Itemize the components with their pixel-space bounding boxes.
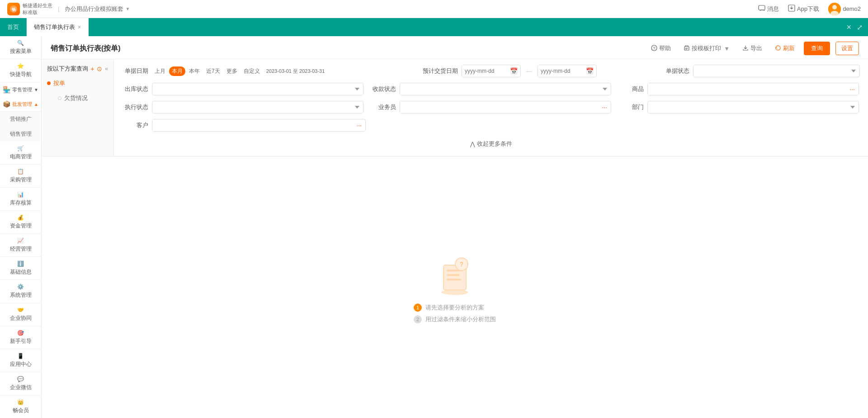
enterprise-wechat-icon: 💬 [17,376,24,382]
dept-label: 部门 [618,103,644,111]
sidebar-item-app-center[interactable]: 📱 应用中心 [0,349,41,372]
quick-nav-icon: ⭐ [17,63,24,69]
new-guide-icon: 🎯 [17,330,24,336]
date-range-display: 2023-03-01 至 2023-03-31 [266,68,325,75]
expected-date-end-wrap: 📅 [538,65,597,77]
tab-bar-actions: × ⤢ [841,18,868,36]
date-shortcut-custom[interactable]: 自定义 [241,66,263,76]
page-title: 销售订单执行表(按单) [51,44,121,53]
sidebar-item-retail[interactable]: 🏪 零售管理 ▼ [0,82,41,97]
product-input[interactable] [648,83,846,95]
date-range-sep: — [524,68,534,75]
sidebar-item-purchase[interactable]: 📋 采购管理 [0,165,41,188]
print-dropdown-icon[interactable]: ▼ [724,45,730,52]
svg-rect-2 [759,5,765,10]
breadcrumb[interactable]: 办公用品行业模拟账套 ▼ [65,5,130,13]
message-button[interactable]: 消息 [758,5,779,13]
sidebar-item-ecommerce[interactable]: 🛒 电商管理 [0,142,41,165]
exec-status-select[interactable] [152,101,363,114]
tab-close-icon[interactable]: × [78,24,81,30]
sidebar-item-finance[interactable]: 💰 资金管理 [0,211,41,234]
payment-status-label: 收款状态 [371,85,396,93]
date-shortcut-last-month[interactable]: 上月 [152,66,168,76]
expected-date-start-input[interactable] [462,65,507,77]
app-download-button[interactable]: App下载 [788,5,819,13]
filter-plan-owe-stock[interactable]: 欠货情况 [52,92,113,104]
expected-date-end-input[interactable] [538,65,583,77]
status-select[interactable]: 待审核 已审核 作废 [693,65,860,77]
collapse-sidebar-button[interactable]: « [105,66,108,72]
svg-point-5 [832,5,837,10]
filter-row-3: 执行状态 业务员 ··· [123,101,859,114]
filter-plan-order[interactable]: 按单 [42,76,113,90]
date-shortcut-this-month[interactable]: 本月 [169,66,185,76]
sidebar-item-enterprise-wechat[interactable]: 💬 企业微信 [0,372,41,395]
payment-status-select[interactable]: 未收款 部分收款 完全收款 [400,83,611,95]
date-shortcut-this-year[interactable]: 本年 [186,66,203,76]
filter-sidebar-header: 按以下方案查询 + ⊙ « [42,65,113,76]
filter-row-2: 出库状态 未出库 部分出库 完全出库 收款状态 [123,83,859,95]
ship-status-label: 出库状态 [123,85,148,93]
wholesale-expand-icon: ▲ [34,102,38,107]
salesperson-input[interactable] [400,101,598,113]
empty-illustration: ? [432,252,477,298]
salesperson-input-wrap: ··· [400,101,611,114]
export-icon [742,45,749,52]
sidebar-item-member[interactable]: 👑 畅会员 [0,395,41,418]
window-close-icon[interactable]: × [846,23,851,32]
purchase-icon: 📋 [17,168,24,175]
user-menu[interactable]: demo2 [828,3,861,15]
sidebar-item-marketing[interactable]: 营销推广 [0,112,41,127]
svg-text:?: ? [653,46,656,51]
refresh-icon [775,45,781,52]
print-button[interactable]: 按模板打印 ▼ [680,43,733,54]
ship-status-select[interactable]: 未出库 部分出库 完全出库 [152,83,363,95]
product-picker-icon[interactable]: ··· [846,86,859,93]
sidebar-item-wholesale[interactable]: 📦 批发管理 ▲ [0,97,41,111]
status-label: 单据状态 [664,67,689,75]
sidebar-item-quick-nav[interactable]: ⭐ 快捷导航 [0,59,41,82]
sidebar-item-system[interactable]: ⚙️ 系统管理 [0,280,41,303]
sidebar-item-ops[interactable]: 📈 经营管理 [0,234,41,257]
salesperson-picker-icon[interactable]: ··· [598,104,611,111]
empty-tip-2: 2 用过滤条件来缩小分析范围 [414,315,496,323]
exec-status-label: 执行状态 [123,103,148,111]
date-shortcuts: 上月 本月 本年 近7天 更多 自定义 [152,66,263,76]
filter-sidebar-actions: + ⊙ « [90,65,108,72]
message-icon [758,5,765,13]
search-menu-icon: 🔍 [17,40,24,46]
sidebar-item-search-menu[interactable]: 🔍 搜索菜单 [0,36,41,59]
add-plan-button[interactable]: + [90,65,94,72]
refresh-button[interactable]: 刷新 [771,43,798,54]
sidebar-item-enterprise-collab[interactable]: 🤝 企业协同 [0,303,41,326]
window-expand-icon[interactable]: ⤢ [857,23,863,32]
tip-num-1: 1 [414,304,422,312]
copy-plan-button[interactable]: ⊙ [97,65,102,72]
tab-home[interactable]: 首页 [0,18,27,36]
settings-button[interactable]: 设置 [835,42,859,55]
member-icon: 👑 [17,399,24,405]
date-shortcut-7days[interactable]: 近7天 [203,66,223,76]
help-button[interactable]: ? 帮助 [647,43,675,54]
collapse-filter-button[interactable]: ⋀ 收起更多条件 [463,137,519,151]
query-button[interactable]: 查询 [804,42,830,55]
sidebar-item-sales-mgmt[interactable]: 销售管理 [0,127,41,142]
calendar-end-icon[interactable]: 📅 [583,67,596,75]
main-layout: 🔍 搜索菜单 ⭐ 快捷导航 🏪 零售管理 ▼ 📦 批发管理 ▲ 营销推广 [0,36,868,418]
date-shortcut-more[interactable]: 更多 [224,66,240,76]
sidebar-item-new-guide[interactable]: 🎯 新手引导 [0,326,41,349]
filter-sidebar: 按以下方案查询 + ⊙ « 按单 欠货情况 [42,59,114,156]
tab-sales-exec[interactable]: 销售订单执行表 × [27,18,89,36]
content-area: 销售订单执行表(按单) ? 帮助 按模板打印 ▼ [42,36,868,418]
sidebar-item-basic-info[interactable]: ℹ️ 基础信息 [0,257,41,280]
dept-select[interactable] [647,101,859,114]
date-label: 单据日期 [123,67,148,75]
calendar-start-icon[interactable]: 📅 [507,67,520,75]
tip-num-2: 2 [414,315,422,323]
top-header: 畅 畅捷通好生意 标准版 | 办公用品行业模拟账套 ▼ 消息 App下载 [0,0,868,18]
page-actions: ? 帮助 按模板打印 ▼ [647,42,859,55]
customer-picker-icon[interactable]: ··· [353,122,366,129]
export-button[interactable]: 导出 [739,43,766,54]
sidebar-item-inventory[interactable]: 📊 库存核算 [0,188,41,211]
customer-input[interactable] [152,119,353,131]
